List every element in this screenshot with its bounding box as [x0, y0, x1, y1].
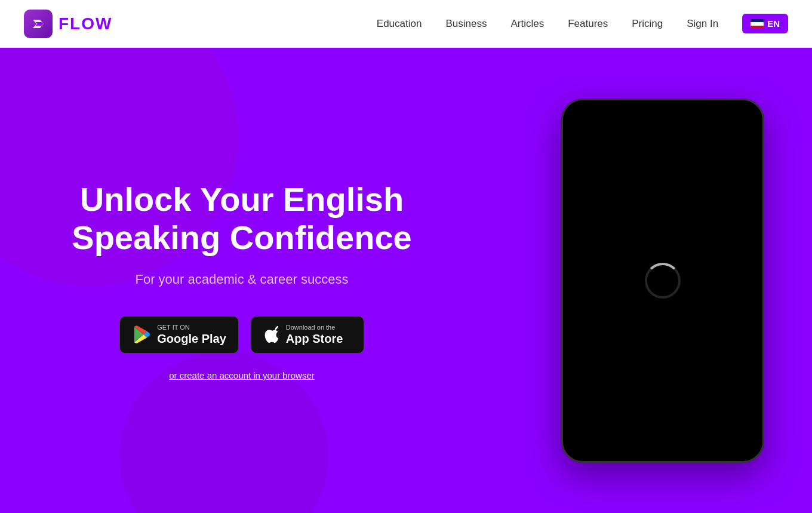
logo-text: FLOW	[59, 14, 112, 33]
logo[interactable]: FLOW	[24, 10, 112, 38]
logo-icon	[24, 10, 53, 38]
google-play-text: GET IT ON Google Play	[157, 324, 226, 346]
browser-link[interactable]: or create an account in your browser	[48, 370, 436, 380]
main-nav: Education Business Articles Features Pri…	[377, 14, 788, 33]
header: FLOW Education Business Articles Feature…	[0, 0, 812, 48]
nav-education[interactable]: Education	[377, 18, 422, 30]
nav-features[interactable]: Features	[568, 18, 608, 30]
hero-content: Unlock Your English Speaking Confidence …	[48, 180, 436, 380]
loading-spinner	[645, 263, 681, 299]
phone-mockup-container	[561, 99, 764, 463]
app-store-button[interactable]: Download on the App Store	[251, 316, 364, 354]
nav-business[interactable]: Business	[445, 18, 487, 30]
app-store-text: Download on the App Store	[286, 324, 343, 346]
apple-icon	[263, 326, 280, 343]
phone-notch	[633, 107, 693, 122]
lang-label: EN	[767, 19, 780, 29]
nav-pricing[interactable]: Pricing	[632, 18, 663, 30]
language-button[interactable]: EN	[742, 14, 788, 33]
phone-mockup	[561, 99, 764, 463]
uk-flag-icon	[751, 19, 764, 29]
sign-in-button[interactable]: Sign In	[687, 18, 718, 30]
google-play-icon	[132, 325, 151, 344]
hero-title: Unlock Your English Speaking Confidence	[48, 180, 436, 257]
hero-section: Unlock Your English Speaking Confidence …	[0, 48, 812, 513]
google-play-button[interactable]: GET IT ON Google Play	[119, 316, 239, 354]
nav-articles[interactable]: Articles	[510, 18, 544, 30]
store-buttons: GET IT ON Google Play Download on the Ap…	[48, 316, 436, 354]
hero-subtitle: For your academic & career success	[48, 272, 436, 287]
